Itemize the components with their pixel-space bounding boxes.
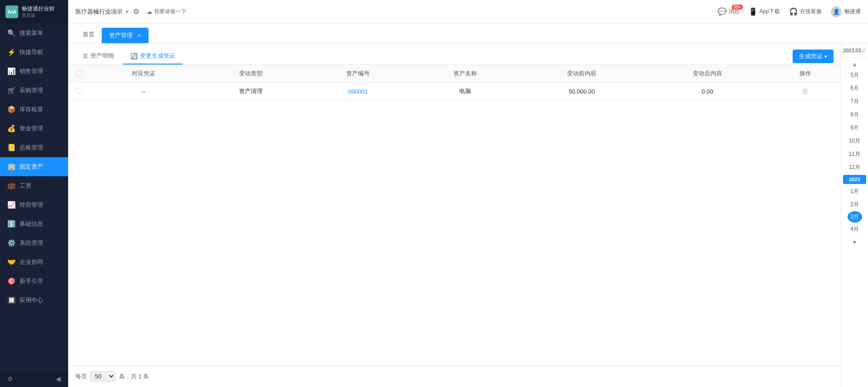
cell-voucher: -- — [90, 83, 197, 100]
sidebar-item-search[interactable]: 🔍 搜索菜单 — [0, 24, 68, 43]
settings-footer-icon[interactable]: ⚙ — [7, 375, 13, 382]
app-download-label: App下载 — [759, 8, 780, 15]
tab-home-label: 首页 — [83, 31, 94, 38]
sidebar-item-apps[interactable]: 🔲 应用中心 — [0, 291, 68, 310]
message-button[interactable]: 💬 消息 99+ — [718, 7, 739, 16]
calendar-month-3-active[interactable]: 3月 — [848, 211, 862, 223]
calendar-panel: 2023.03 ⤢ ✕ ▲ 5月 6月 7月 8月 9月 10月 11月 12月… — [841, 44, 868, 387]
sidebar-item-info[interactable]: ℹ️ 基础信息 — [0, 214, 68, 233]
sub-tabs-actions: 生成凭证 ▾ — [793, 50, 833, 63]
calendar-month-12[interactable]: 12月 — [841, 161, 868, 174]
sidebar-logo: AtA 畅捷通好业财 普及版 — [0, 0, 68, 24]
sidebar-item-fund[interactable]: 💰 资金管理 — [0, 119, 68, 138]
user-menu[interactable]: 👤 畅捷通 — [831, 6, 861, 17]
apps-icon: 🔲 — [7, 296, 16, 304]
sidebar-item-label: 新手引导 — [20, 277, 43, 285]
headset-icon: 🎧 — [789, 7, 798, 16]
sub-tab-generate[interactable]: 🔄 变更生成凭证 — [123, 48, 183, 64]
asset-panel: ☰ 资产明细 🔄 变更生成凭证 生成凭证 ▾ — [68, 44, 841, 387]
company-arrow-icon: ▼ — [124, 9, 129, 15]
sidebar-item-label: 库存核算 — [20, 105, 43, 114]
select-all-header[interactable] — [68, 65, 90, 83]
sidebar-item-nav[interactable]: ⚡ 快捷导航 — [0, 43, 68, 62]
col-asset-name: 资产名称 — [412, 65, 519, 83]
calendar-month-7[interactable]: 7月 — [841, 95, 868, 108]
calendar-expand-icon[interactable]: ⤢ — [861, 47, 866, 54]
calendar-month-11[interactable]: 11月 — [841, 148, 868, 161]
calendar-month-5[interactable]: 5月 — [841, 69, 868, 82]
purchase-icon: 🛒 — [7, 86, 16, 94]
sidebar-nav: 🔍 搜索菜单 ⚡ 快捷导航 📊 销售管理 🛒 采购管理 📦 库存核算 💰 资金管… — [0, 24, 68, 371]
calendar-year-2023[interactable]: 2023 — [843, 175, 866, 184]
cloud-icon: ☁ — [147, 9, 152, 15]
asset-icon: 🏢 — [7, 163, 16, 171]
tab-close-icon[interactable]: ✕ — [137, 33, 141, 38]
nav-icon: ⚡ — [7, 48, 16, 56]
sidebar-item-system[interactable]: ⚙️ 系统管理 — [0, 233, 68, 253]
app-download-button[interactable]: 📱 App下载 — [749, 7, 780, 16]
calendar-month-6[interactable]: 6月 — [841, 82, 868, 95]
calendar-header: 2023.03 — [843, 48, 861, 53]
company-name: 医疗器械行业演示 — [75, 8, 123, 16]
calendar-down-icon[interactable]: ▼ — [850, 238, 859, 247]
sidebar-item-sales[interactable]: 📊 销售管理 — [0, 62, 68, 81]
ledger-icon: 📒 — [7, 144, 16, 152]
collapse-icon[interactable]: ◀ — [56, 375, 61, 382]
inventory-icon: 📦 — [7, 105, 16, 114]
company-selector[interactable]: 医疗器械行业演示 ▼ — [75, 8, 129, 16]
sidebar-item-ledger[interactable]: 📒 总账管理 — [0, 138, 68, 157]
guide-icon: 🎯 — [7, 277, 16, 285]
row-checkbox[interactable] — [76, 88, 82, 94]
sidebar-item-label: 基础信息 — [20, 220, 43, 228]
sub-tabs: ☰ 资产明细 🔄 变更生成凭证 生成凭证 ▾ — [68, 44, 841, 65]
sale-icon: 📊 — [7, 67, 16, 75]
sidebar-item-inventory[interactable]: 📦 库存核算 — [0, 100, 68, 119]
calendar-month-10[interactable]: 10月 — [841, 134, 868, 148]
logo-text: 畅捷通好业财 普及版 — [22, 5, 55, 19]
col-action: 操作 — [770, 65, 841, 83]
topbar-settings-icon[interactable]: ⚙ — [133, 7, 139, 16]
sidebar-footer: ⚙ ◀ — [0, 371, 68, 387]
cell-change-type: 资产清理 — [197, 83, 304, 100]
calendar-up-icon[interactable]: ▲ — [850, 60, 859, 69]
sidebar-item-label: 采购管理 — [20, 86, 43, 94]
info-icon: ℹ️ — [7, 220, 16, 228]
sub-tab-detail-label: 资产明细 — [90, 52, 114, 60]
calendar-month-1[interactable]: 1月 — [841, 185, 868, 198]
tab-assets[interactable]: 资产管理 ✕ — [102, 28, 149, 43]
app-edition: 普及版 — [22, 12, 55, 18]
pagination-total: 条，共 1 条 — [119, 372, 149, 381]
sidebar-item-label: 资金管理 — [20, 124, 43, 133]
calendar-month-4[interactable]: 4月 — [841, 223, 868, 236]
generate-voucher-button[interactable]: 生成凭证 ▾ — [793, 50, 833, 63]
calendar-month-2[interactable]: 2月 — [841, 198, 868, 211]
sidebar: AtA 畅捷通好业财 普及版 🔍 搜索菜单 ⚡ 快捷导航 📊 销售管理 🛒 采购… — [0, 0, 68, 387]
sidebar-item-label: 总账管理 — [20, 144, 43, 152]
cell-before-value: 50,000.00 — [519, 83, 645, 100]
select-all-checkbox[interactable] — [76, 70, 82, 76]
customer-service-button[interactable]: 🎧 在线客服 — [789, 7, 822, 16]
message-badge: 99+ — [732, 5, 743, 10]
system-icon: ⚙️ — [7, 239, 16, 247]
sidebar-item-salary[interactable]: 💼 工资 — [0, 176, 68, 195]
delete-row-icon[interactable]: 🗑 — [802, 87, 809, 95]
calendar-month-8[interactable]: 8月 — [841, 108, 868, 121]
download-icon: 📱 — [749, 7, 758, 16]
salary-icon: 💼 — [7, 182, 16, 190]
collab-icon: 🤝 — [7, 258, 16, 266]
sidebar-item-assets[interactable]: 🏢 固定资产 — [0, 157, 68, 176]
table-row: -- 资产清理 000001 电脑 50,000.00 0.00 🗑 — [68, 83, 841, 100]
per-page-select[interactable]: 10 20 50 100 — [90, 371, 115, 382]
sidebar-item-collab[interactable]: 🤝 企业协同 — [0, 253, 68, 272]
sub-tab-detail[interactable]: ☰ 资产明细 — [75, 48, 121, 64]
calendar-month-9[interactable]: 9月 — [841, 121, 868, 134]
tab-home[interactable]: 首页 — [75, 27, 102, 43]
experience-button[interactable]: ☁ 我要体验一下 — [147, 8, 187, 15]
asset-table: 对应凭证 变动类型 资产编号 资产名称 — [68, 65, 841, 100]
sidebar-item-manage[interactable]: 📈 经营管理 — [0, 195, 68, 214]
sidebar-item-label: 经营管理 — [20, 201, 43, 209]
sidebar-item-purchase[interactable]: 🛒 采购管理 — [0, 81, 68, 100]
sidebar-item-label: 快捷导航 — [20, 48, 43, 56]
pagination: 每页 10 20 50 100 条，共 1 条 — [68, 365, 841, 387]
sidebar-item-guide[interactable]: 🎯 新手引导 — [0, 272, 68, 291]
